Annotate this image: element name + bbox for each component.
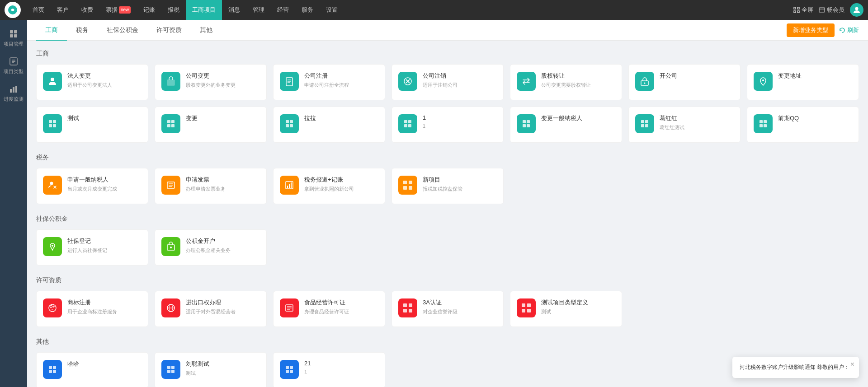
card-lala[interactable]: 拉拉: [273, 107, 385, 143]
nav-item-ticket[interactable]: 票据 new: [99, 0, 137, 20]
card-icon: [398, 176, 417, 195]
svg-rect-91: [49, 366, 52, 369]
nav-item-service[interactable]: 服务: [295, 0, 320, 20]
fullscreen-label: 全屏: [802, 6, 813, 14]
svg-rect-99: [286, 366, 289, 369]
svg-rect-66: [291, 182, 292, 188]
card-test-type[interactable]: 测试项目类型定义 测试: [510, 291, 622, 327]
card-tax-report[interactable]: 税务报道+记账 拿到营业执照的新公司: [273, 168, 385, 204]
tab-other[interactable]: 其他: [191, 20, 222, 41]
card-import-export[interactable]: 进出口权办理 适用于对外贸易经营者: [155, 291, 267, 327]
sidebar-label: 进度监测: [4, 96, 24, 103]
card-one[interactable]: 1 1: [392, 107, 504, 143]
card-open-company[interactable]: 开公司: [628, 64, 741, 100]
svg-rect-46: [523, 120, 526, 123]
card-frontqq[interactable]: 前期QQ: [747, 107, 859, 143]
nav-item-billing[interactable]: 收费: [75, 0, 99, 20]
card-icon: [161, 360, 180, 379]
card-icon: [43, 237, 62, 256]
svg-rect-87: [522, 303, 525, 307]
notification-close-button[interactable]: ×: [850, 360, 854, 368]
svg-rect-98: [171, 370, 175, 373]
svg-rect-9: [10, 34, 13, 37]
card-food-license[interactable]: 食品经营许可证 办理食品经营许可证: [273, 291, 385, 327]
section-title-industrial: 工商: [36, 50, 859, 58]
user-avatar[interactable]: [850, 3, 863, 17]
card-title: 21: [304, 360, 378, 367]
card-fund-open[interactable]: 公积金开户 办理公积金相关业务: [155, 229, 267, 266]
card-company-change[interactable]: 公司变更 股权变更外的业务变更: [155, 64, 267, 100]
card-legal-change[interactable]: 法人变更 适用于公司变更法人: [36, 64, 148, 100]
card-apply-taxpayer[interactable]: 申请一般纳税人 当月或次月成变更完成: [36, 168, 148, 204]
member-button[interactable]: 畅会员: [819, 6, 844, 14]
card-haha[interactable]: 哈哈: [36, 352, 148, 387]
card-change-address[interactable]: 变更地址: [747, 64, 859, 100]
card-21[interactable]: 21 1: [273, 352, 385, 387]
card-title: 申请发票: [186, 176, 260, 184]
card-trademark[interactable]: 商标注册 用于企业商标注册服务: [36, 291, 148, 327]
tab-industrial[interactable]: 工商: [36, 20, 67, 41]
sidebar-item-project-type[interactable]: 项目类型: [0, 52, 27, 79]
card-title: 社保登记: [67, 237, 142, 245]
tab-social[interactable]: 社保公积金: [98, 20, 147, 41]
refresh-button[interactable]: 刷新: [839, 26, 859, 34]
nav-item-home[interactable]: 首页: [26, 0, 51, 20]
top-navigation: 首页 客户 收费 票据 new 记账 报税 工商项目 消息 管理 经营 服务 设…: [0, 0, 868, 20]
logo[interactable]: [5, 2, 21, 18]
svg-rect-88: [527, 303, 531, 307]
sidebar-label: 项目类型: [4, 68, 24, 75]
card-3a-cert[interactable]: 3A认证 对企业信誉评级: [392, 291, 504, 327]
card-title: 股权转让: [541, 72, 615, 80]
svg-rect-50: [641, 120, 644, 123]
svg-rect-101: [286, 370, 289, 373]
card-desc: 测试: [186, 370, 260, 377]
nav-item-message[interactable]: 消息: [222, 0, 246, 20]
card-company-cancel[interactable]: 公司注销 适用于注销公司: [392, 64, 504, 100]
svg-rect-8: [14, 30, 17, 33]
card-company-register[interactable]: 公司注册 申请公司注册全流程: [273, 64, 385, 100]
card-desc: 对企业信誉评级: [423, 308, 497, 315]
nav-item-manage[interactable]: 管理: [246, 0, 271, 20]
sidebar-item-progress[interactable]: 进度监测: [0, 79, 27, 107]
sidebar-item-project-manage[interactable]: 项目管理: [0, 24, 27, 52]
nav-item-biz[interactable]: 工商项目: [186, 0, 222, 20]
card-desc: 进行人员社保登记: [67, 247, 142, 254]
card-change-taxpayer[interactable]: 变更一般纳税人: [510, 107, 622, 143]
nav-item-settings[interactable]: 设置: [320, 0, 344, 20]
card-social-register[interactable]: 社保登记 进行人员社保登记: [36, 229, 148, 266]
nav-item-customer[interactable]: 客户: [51, 0, 75, 20]
card-apply-invoice[interactable]: 申请发票 办理申请发票业务: [155, 168, 267, 204]
new-badge: new: [119, 6, 131, 14]
card-test[interactable]: 测试: [36, 107, 148, 143]
card-new-project[interactable]: 新项目 报税加税控盘保管: [392, 168, 504, 204]
card-icon: [161, 237, 180, 256]
card-gehonghong[interactable]: 葛红红 葛红红测试: [628, 107, 741, 143]
card-icon: [754, 114, 773, 133]
card-equity-transfer[interactable]: 股权转让 公司变更需要股权转让: [510, 64, 622, 100]
nav-item-accounting[interactable]: 记账: [137, 0, 161, 20]
tab-tax[interactable]: 税务: [67, 20, 98, 41]
svg-rect-57: [764, 124, 767, 127]
svg-rect-84: [409, 303, 412, 307]
new-type-button[interactable]: 新增业务类型: [787, 23, 835, 37]
card-desc: 适用于对外贸易经营者: [186, 308, 260, 315]
card-change[interactable]: 变更: [155, 107, 267, 143]
svg-rect-55: [764, 120, 767, 123]
sidebar: 项目管理 项目类型 进度监测: [0, 20, 27, 387]
card-title: 变更一般纳税人: [541, 114, 615, 122]
card-icon: [280, 114, 299, 133]
svg-rect-83: [403, 303, 407, 307]
nav-item-tax[interactable]: 报税: [161, 0, 186, 20]
fullscreen-button[interactable]: 全屏: [793, 6, 813, 14]
card-icon: [43, 114, 62, 133]
card-icon: [161, 298, 180, 317]
tax-cards: 申请一般纳税人 当月或次月成变更完成 申请发票 办理申请发票业务 税务报道+: [36, 168, 859, 204]
tab-license[interactable]: 许可资质: [147, 20, 191, 41]
svg-rect-44: [404, 124, 407, 127]
nav-item-operate[interactable]: 经营: [271, 0, 295, 20]
card-icon-company: [161, 72, 180, 91]
svg-point-28: [644, 83, 646, 84]
industrial-cards-row2: 测试 变更 拉拉 1: [36, 107, 859, 143]
card-desc: 用于企业商标注册服务: [67, 308, 142, 315]
card-liucong[interactable]: 刘聪测试 测试: [155, 352, 267, 387]
